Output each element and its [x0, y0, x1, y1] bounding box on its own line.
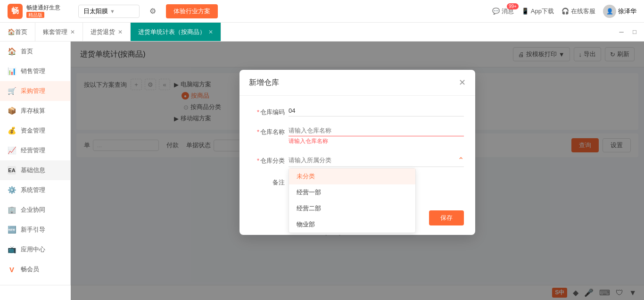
store-name: 日太阳膜	[83, 7, 108, 16]
tab-purchase-stats[interactable]: 进货单统计表（按商品） ✕	[131, 23, 221, 41]
tab-purchase-return[interactable]: 进货退货 ✕	[83, 23, 131, 41]
category-dropdown: 未分类 经营一部 经营二部 物业部	[289, 168, 416, 233]
sidebar-item-finance[interactable]: 💰 资金管理	[0, 121, 70, 141]
top-header: 畅 畅捷通好生意 精品版 日太阳膜 ▼ ⚙ 体验行业方案 💬 消息 99+ 📱 …	[0, 0, 644, 23]
header-middle: 日太阳膜 ▼ ⚙ 体验行业方案	[78, 4, 492, 19]
home-icon: 🏠	[8, 28, 15, 35]
chevron-up-icon: ⌃	[458, 156, 464, 165]
finance-icon: 💰	[8, 126, 16, 135]
name-input[interactable]	[289, 125, 464, 136]
app-download-button[interactable]: 📱 App下载	[521, 7, 554, 16]
headset-icon: 🎧	[561, 8, 569, 15]
main-layout: 🏠 首页 📊 销售管理 🛒 采购管理 📦 库存核算 💰 资金管理 📈 经营管理 …	[0, 42, 644, 300]
logo-icon: 畅	[8, 4, 23, 19]
category-text-input[interactable]	[289, 157, 458, 164]
sidebar-item-operations[interactable]: 📈 经营管理	[0, 141, 70, 160]
guide-icon: 🆕	[8, 225, 16, 234]
add-warehouse-modal: 新增仓库 ✕ 仓库编码 仓库名称	[239, 70, 475, 235]
name-error-text: 请输入仓库名称	[289, 137, 464, 145]
logo-area: 畅 畅捷通好生意 精品版	[8, 4, 78, 19]
username: 徐泽华	[618, 7, 636, 16]
tab-home[interactable]: 🏠 首页	[0, 23, 35, 41]
inventory-icon: 📦	[8, 107, 16, 115]
logo-text: 畅捷通好生意 精品版	[26, 4, 60, 18]
online-service-button[interactable]: 🎧 在线客服	[561, 7, 595, 16]
home-icon: 🏠	[8, 47, 16, 56]
sidebar-item-home[interactable]: 🏠 首页	[0, 42, 70, 61]
sidebar: 🏠 首页 📊 销售管理 🛒 采购管理 📦 库存核算 💰 资金管理 📈 经营管理 …	[0, 42, 71, 300]
category-input-wrap: ⌃ 未分类 经营一部 经营二部 物业部	[289, 154, 464, 167]
sidebar-item-basic[interactable]: EA 基础信息	[0, 160, 70, 180]
name-input-wrap: 请输入仓库名称	[289, 125, 464, 145]
category-label: 仓库分类	[251, 154, 289, 165]
tab-maximize-button[interactable]: □	[629, 26, 640, 38]
sidebar-item-system[interactable]: ⚙️ 系统管理	[0, 180, 70, 200]
sidebar-item-inventory[interactable]: 📦 库存核算	[0, 101, 70, 121]
sidebar-item-vip[interactable]: V 畅会员	[0, 259, 70, 279]
app-icon: 📱	[521, 8, 529, 15]
tab-bar: 🏠 首页 账套管理 ✕ 进货退货 ✕ 进货单统计表（按商品） ✕ ─ □	[0, 23, 644, 42]
code-input[interactable]	[289, 105, 464, 117]
modal-close-button[interactable]: ✕	[459, 77, 466, 88]
save-button[interactable]: 保存	[429, 210, 464, 225]
modal-overlay[interactable]: 新增仓库 ✕ 仓库编码 仓库名称	[71, 42, 644, 300]
sidebar-item-purchase[interactable]: 🛒 采购管理	[0, 81, 70, 101]
dropdown-item-uncategorized[interactable]: 未分类	[289, 168, 415, 184]
gear-button[interactable]: ⚙	[145, 4, 160, 19]
sidebar-item-sales[interactable]: 📊 销售管理	[0, 61, 70, 81]
dropdown-item-ops2[interactable]: 经营二部	[289, 200, 415, 217]
user-area[interactable]: 👤 徐泽华	[603, 5, 636, 18]
enterprise-icon: 🏢	[8, 206, 16, 214]
purchase-icon: 🛒	[8, 87, 16, 95]
category-select[interactable]: ⌃	[289, 154, 464, 167]
tab-close-icon[interactable]: ✕	[208, 29, 213, 35]
code-label: 仓库编码	[251, 105, 289, 117]
tab-close-icon[interactable]: ✕	[118, 29, 123, 35]
tab-accounts[interactable]: 账套管理 ✕	[35, 23, 83, 41]
sidebar-item-guide[interactable]: 🆕 新手引导	[0, 220, 70, 240]
modal-title: 新增仓库	[249, 78, 279, 88]
operations-icon: 📈	[8, 146, 16, 155]
avatar: 👤	[603, 5, 616, 18]
header-right: 💬 消息 99+ 📱 App下载 🎧 在线客服 👤 徐泽华	[492, 5, 636, 18]
basic-icon: EA	[8, 166, 16, 175]
name-row: 仓库名称 请输入仓库名称	[251, 125, 464, 145]
message-button[interactable]: 💬 消息 99+	[492, 7, 514, 16]
code-row: 仓库编码	[251, 105, 464, 117]
message-badge: 99+	[507, 3, 519, 9]
modal-header: 新增仓库 ✕	[239, 70, 475, 96]
store-selector[interactable]: 日太阳膜 ▼	[78, 5, 140, 18]
content-area: 进货单统计(按商品) 🖨 按模板打印 ▼ ↓ 导出 ↻ 刷新 按以下方案查询	[71, 42, 644, 300]
category-row: 仓库分类 ⌃ 未分类 经营一部 经营二部 物业部	[251, 154, 464, 167]
code-input-wrap	[289, 105, 464, 117]
tab-close-icon[interactable]: ✕	[70, 29, 75, 35]
tab-actions: ─ □	[612, 23, 644, 41]
trial-button[interactable]: 体验行业方案	[166, 4, 218, 18]
sidebar-item-enterprise[interactable]: 🏢 企业协同	[0, 200, 70, 220]
dropdown-item-ops1[interactable]: 经营一部	[289, 184, 415, 200]
name-label: 仓库名称	[251, 125, 289, 136]
chevron-down-icon: ▼	[110, 8, 134, 14]
message-icon: 💬	[492, 8, 500, 15]
system-icon: ⚙️	[8, 186, 16, 194]
apps-icon: 📺	[8, 245, 16, 254]
vip-icon: V	[8, 265, 16, 274]
modal-body: 仓库编码 仓库名称 请输入仓库名称	[239, 96, 475, 205]
note-label: 备注	[251, 175, 289, 187]
dropdown-item-property[interactable]: 物业部	[289, 217, 415, 233]
tab-minimize-button[interactable]: ─	[616, 26, 627, 38]
sidebar-item-apps[interactable]: 📺 应用中心	[0, 240, 70, 259]
sales-icon: 📊	[8, 67, 16, 75]
